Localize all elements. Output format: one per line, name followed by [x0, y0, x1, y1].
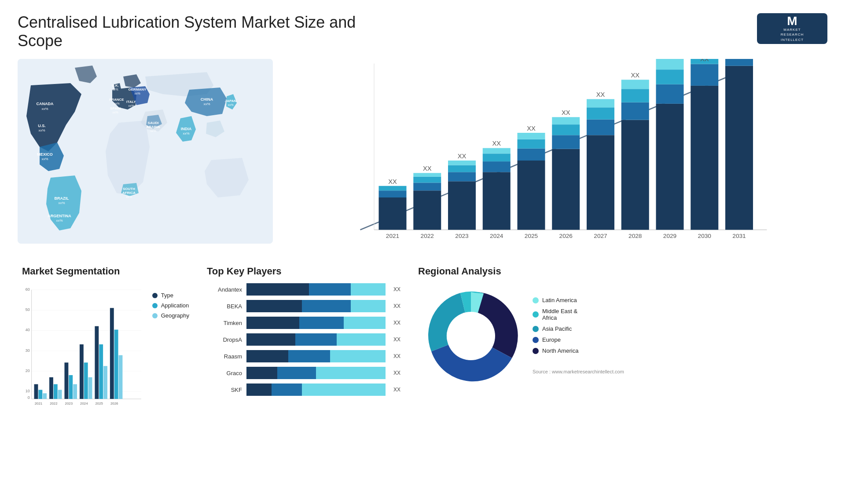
- player-seg3: [316, 367, 386, 379]
- svg-text:XX: XX: [527, 125, 536, 132]
- players-title: Top Key Players: [207, 266, 400, 277]
- svg-rect-37: [379, 197, 407, 230]
- svg-rect-86: [656, 69, 684, 84]
- svg-text:CANADA: CANADA: [37, 102, 54, 106]
- svg-text:SAUDI: SAUDI: [148, 121, 159, 125]
- svg-rect-66: [552, 149, 580, 230]
- logo-text: MARKET RESEARCH INTELLECT: [781, 27, 804, 42]
- svg-rect-138: [114, 330, 118, 399]
- source-text-wrap: Source : www.marketresearchintellect.com: [533, 367, 624, 375]
- player-seg3: [351, 300, 386, 312]
- player-xx-beka: XX: [393, 303, 400, 309]
- svg-text:xx%: xx%: [56, 219, 62, 223]
- svg-rect-48: [448, 181, 476, 230]
- svg-rect-135: [103, 366, 107, 399]
- svg-text:2028: 2028: [628, 233, 642, 239]
- svg-rect-67: [552, 135, 580, 149]
- player-seg1: [246, 283, 309, 296]
- svg-text:ARABIA: ARABIA: [146, 125, 160, 129]
- svg-rect-118: [38, 390, 42, 399]
- svg-rect-72: [587, 135, 614, 230]
- svg-rect-45: [413, 173, 441, 176]
- legend-north-america-dot: [533, 348, 539, 354]
- legend-asia-pacific-label: Asia Pacific: [542, 325, 572, 332]
- svg-text:xx%: xx%: [150, 129, 156, 132]
- svg-rect-139: [119, 355, 123, 399]
- player-row-beka: BEKA XX: [207, 300, 400, 312]
- svg-rect-55: [483, 161, 511, 172]
- svg-text:60: 60: [26, 287, 30, 292]
- svg-rect-60: [518, 161, 545, 230]
- player-xx-raasm: XX: [393, 353, 400, 359]
- player-seg1: [246, 317, 299, 329]
- legend-middle-east: Middle East &Africa: [533, 308, 624, 321]
- svg-text:xx%: xx%: [134, 92, 140, 95]
- player-xx-skf: XX: [393, 387, 400, 393]
- page-header: Centralised Lubrication System Market Si…: [18, 13, 827, 50]
- svg-text:xx%: xx%: [41, 157, 48, 161]
- svg-text:xx%: xx%: [228, 103, 233, 106]
- player-seg3: [330, 350, 386, 362]
- player-bar-graco: [246, 367, 386, 379]
- legend-asia-pacific: Asia Pacific: [533, 325, 624, 332]
- svg-text:40: 40: [26, 328, 30, 332]
- svg-text:2024: 2024: [80, 402, 88, 405]
- svg-text:2025: 2025: [525, 233, 538, 239]
- svg-text:xx%: xx%: [112, 88, 118, 91]
- company-logo: M MARKET RESEARCH INTELLECT: [757, 13, 827, 44]
- svg-rect-130: [84, 362, 88, 399]
- segmentation-title: Market Segmentation: [22, 266, 189, 277]
- svg-rect-63: [518, 133, 545, 139]
- player-bar-raasm: [246, 350, 386, 362]
- svg-rect-121: [49, 377, 53, 399]
- player-seg2: [277, 367, 316, 379]
- svg-text:2030: 2030: [698, 233, 712, 239]
- svg-text:50: 50: [26, 307, 30, 312]
- player-row-graco: Graco XX: [207, 367, 400, 379]
- svg-rect-119: [43, 393, 47, 399]
- legend-middle-east-label: Middle East &Africa: [542, 308, 577, 321]
- legend-north-america: North America: [533, 347, 624, 354]
- player-row-andantex: Andantex XX: [207, 283, 400, 296]
- svg-rect-137: [110, 308, 114, 399]
- player-seg2: [272, 383, 302, 396]
- legend-middle-east-dot: [533, 311, 539, 318]
- svg-text:MEXICO: MEXICO: [37, 152, 53, 157]
- bar-chart: XX 2021 XX 2022 XX 2023 XX 2024: [290, 59, 827, 244]
- player-seg1: [246, 350, 288, 362]
- svg-text:BRAZIL: BRAZIL: [55, 196, 69, 201]
- svg-text:XX: XX: [458, 153, 467, 160]
- svg-text:XX: XX: [492, 140, 501, 147]
- svg-text:2023: 2023: [455, 233, 468, 239]
- svg-text:2027: 2027: [594, 233, 607, 239]
- players-section: Top Key Players Andantex XX BEKA XX: [202, 261, 405, 428]
- svg-rect-84: [656, 104, 684, 230]
- svg-text:AFRICA: AFRICA: [122, 191, 136, 195]
- svg-text:2022: 2022: [421, 233, 434, 239]
- svg-rect-56: [483, 153, 511, 161]
- donut-area: Latin America Middle East &Africa Asia P…: [418, 283, 823, 389]
- svg-text:XX: XX: [700, 59, 709, 62]
- svg-text:2026: 2026: [110, 402, 118, 405]
- svg-rect-69: [552, 117, 580, 124]
- legend-application: Application: [152, 302, 189, 309]
- legend-geography-label: Geography: [161, 312, 189, 319]
- svg-text:xx%: xx%: [114, 102, 119, 105]
- svg-text:2022: 2022: [50, 402, 57, 405]
- player-bar-dropsa: [246, 333, 386, 346]
- player-bar-skf: [246, 383, 386, 396]
- logo-initial: M: [787, 15, 797, 27]
- player-row-dropsa: DropsA XX: [207, 333, 400, 346]
- player-name-skf: SKF: [207, 387, 242, 393]
- svg-rect-73: [587, 120, 614, 135]
- svg-text:xx%: xx%: [183, 131, 189, 135]
- svg-text:XX: XX: [388, 178, 397, 185]
- player-seg1: [246, 383, 272, 396]
- svg-text:U.K.: U.K.: [112, 84, 119, 88]
- svg-rect-90: [691, 86, 718, 230]
- svg-text:2023: 2023: [65, 402, 73, 405]
- legend-asia-pacific-dot: [533, 326, 539, 332]
- svg-text:SPAIN: SPAIN: [110, 106, 121, 110]
- svg-text:ITALY: ITALY: [126, 100, 136, 104]
- svg-rect-87: [656, 59, 684, 69]
